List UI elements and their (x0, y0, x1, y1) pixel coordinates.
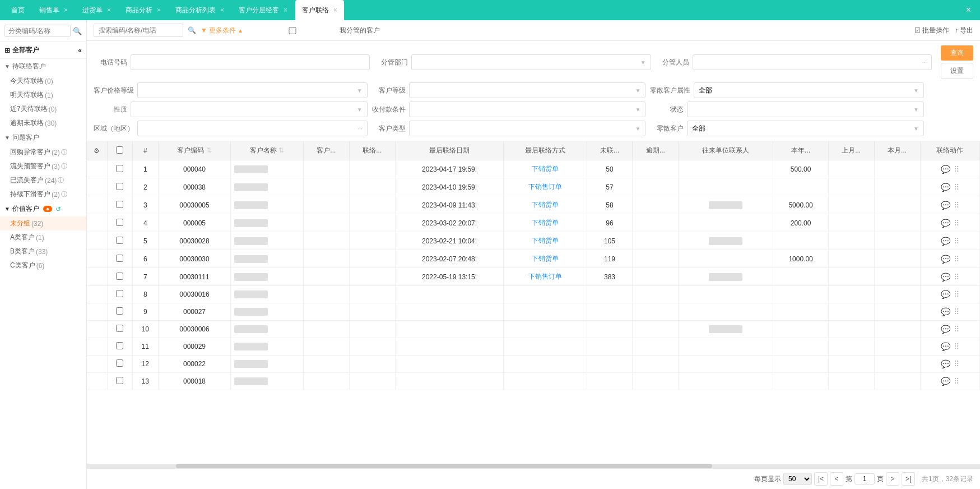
nav-tab-customer-contact[interactable]: 客户联络 × (295, 0, 344, 20)
sidebar-item-unsorted[interactable]: 未分组 (32) (0, 216, 86, 230)
next-page-btn[interactable]: > (886, 472, 899, 486)
contact-icon[interactable]: 💬 (941, 201, 950, 210)
contact-type-link[interactable]: 下销货单 (532, 219, 559, 227)
contact-icon[interactable]: 💬 (941, 165, 950, 174)
grade-select[interactable]: ▼ (409, 82, 646, 98)
sidebar-group-pending[interactable]: ▼ 待联络客户 (0, 59, 86, 74)
more-icon[interactable]: ⠿ (954, 359, 959, 368)
search-icon-main[interactable]: 🔍 (188, 26, 196, 34)
row-last-contact-type[interactable]: 下销货单 (504, 196, 587, 214)
row-checkbox[interactable] (107, 232, 132, 250)
select-all-checkbox[interactable] (116, 146, 123, 154)
row-last-contact-type[interactable] (504, 373, 587, 390)
row-checkbox[interactable] (107, 356, 132, 373)
contact-icon[interactable]: 💬 (941, 237, 950, 246)
row-select-checkbox[interactable] (116, 359, 123, 367)
search-input[interactable] (94, 24, 183, 37)
sidebar-group-problem[interactable]: ▼ 问题客户 (0, 130, 86, 145)
row-select-checkbox[interactable] (116, 325, 123, 332)
col-name[interactable]: 客户名称 ⇅ (231, 141, 304, 160)
row-checkbox[interactable] (107, 286, 132, 303)
nav-tab-analysis[interactable]: 商品分析 × (119, 0, 168, 20)
contact-type-link[interactable]: 下销货单 (532, 255, 559, 262)
batch-operation-btn[interactable]: ☑ 批量操作 (914, 26, 949, 35)
dept-select[interactable]: ▼ (411, 54, 651, 70)
nature-select[interactable]: ▼ (131, 102, 368, 117)
contact-icon[interactable]: 💬 (941, 377, 950, 386)
row-last-contact-type[interactable] (504, 321, 587, 338)
retail-customer-select[interactable]: 全部▼ (687, 121, 924, 136)
payment-select[interactable]: ▼ (409, 102, 646, 117)
region-select[interactable]: ··· (137, 121, 368, 136)
row-select-checkbox[interactable] (116, 255, 123, 262)
row-checkbox[interactable] (107, 321, 132, 338)
page-number-input[interactable] (854, 473, 875, 485)
row-checkbox[interactable] (107, 214, 132, 232)
contact-type-link[interactable]: 下销货单 (532, 237, 559, 245)
sidebar-group-value[interactable]: ▼ 价值客户 ● ↺ (0, 201, 86, 216)
sidebar-item-class-b[interactable]: B类客户 (33) (0, 245, 86, 259)
more-conditions-btn[interactable]: ▼ 更多条件 ▲ (201, 26, 243, 35)
close-analysis-tab[interactable]: × (157, 6, 161, 14)
contact-type-link[interactable]: 下销售订单 (528, 273, 562, 280)
row-last-contact-type[interactable] (504, 356, 587, 373)
row-checkbox[interactable] (107, 178, 132, 196)
more-icon[interactable]: ⠿ (954, 377, 959, 386)
sidebar-item-tomorrow-pending[interactable]: 明天待联络 (1) (0, 88, 86, 102)
row-select-checkbox[interactable] (116, 377, 123, 384)
horizontal-scrollbar[interactable] (87, 464, 980, 468)
price-grade-select[interactable]: ▼ (137, 82, 368, 98)
row-last-contact-type[interactable] (504, 338, 587, 356)
row-last-contact-type[interactable]: 下销货单 (504, 160, 587, 178)
sidebar-search-icon[interactable]: 🔍 (73, 27, 82, 35)
nav-tab-home[interactable]: 首页 (4, 0, 31, 20)
row-select-checkbox[interactable] (116, 307, 123, 315)
row-checkbox[interactable] (107, 373, 132, 390)
row-last-contact-type[interactable] (504, 286, 587, 303)
row-select-checkbox[interactable] (116, 183, 123, 190)
more-icon[interactable]: ⠿ (954, 255, 959, 264)
sidebar-item-7days-pending[interactable]: 近7天待联络 (0) (0, 102, 86, 116)
nav-tab-analysis-list[interactable]: 商品分析列表 × (169, 0, 231, 20)
contact-icon[interactable]: 💬 (941, 255, 950, 264)
row-select-checkbox[interactable] (116, 273, 123, 280)
more-icon[interactable]: ⠿ (954, 165, 959, 174)
nav-tab-sales[interactable]: 销售单 × (32, 0, 75, 20)
more-icon[interactable]: ⠿ (954, 219, 959, 228)
row-checkbox[interactable] (107, 338, 132, 356)
sidebar-item-class-c[interactable]: C类客户 (6) (0, 259, 86, 273)
phone-input[interactable] (131, 54, 370, 70)
contact-type-link[interactable]: 下销货单 (532, 165, 559, 173)
contact-type-link[interactable]: 下销货单 (532, 201, 559, 209)
row-select-checkbox[interactable] (116, 201, 123, 208)
sidebar-search-input[interactable] (4, 25, 71, 37)
sidebar-item-class-a[interactable]: A类客户 (1) (0, 230, 86, 245)
row-select-checkbox[interactable] (116, 290, 123, 297)
row-last-contact-type[interactable]: 下销货单 (504, 214, 587, 232)
manager-select[interactable]: ··· (693, 54, 932, 70)
customer-type-select[interactable]: ▼ (409, 121, 646, 136)
contact-icon[interactable]: 💬 (941, 342, 950, 351)
row-checkbox[interactable] (107, 268, 132, 286)
nav-tab-purchase[interactable]: 进货单 × (76, 0, 118, 20)
col-settings[interactable]: ⚙ (87, 141, 107, 160)
more-icon[interactable]: ⠿ (954, 183, 959, 192)
row-last-contact-type[interactable]: 下销售订单 (504, 178, 587, 196)
retail-attr-select[interactable]: 全部▼ (694, 82, 924, 98)
more-icon[interactable]: ⠿ (954, 307, 959, 316)
close-customer-contact-tab[interactable]: × (333, 6, 337, 14)
nav-tab-customer-segment[interactable]: 客户分层经客 × (232, 0, 294, 20)
more-icon[interactable]: ⠿ (954, 342, 959, 351)
contact-type-link[interactable]: 下销售订单 (528, 183, 562, 191)
sidebar-item-today-pending[interactable]: 今天待联络 (0) (0, 74, 86, 88)
settings-icon[interactable]: ⚙ (94, 147, 100, 155)
query-button[interactable]: 查询 (941, 45, 973, 61)
contact-icon[interactable]: 💬 (941, 307, 950, 316)
sidebar-item-lost[interactable]: 已流失客户 (24) ⓘ (0, 173, 86, 187)
prev-page-btn[interactable]: < (830, 472, 843, 486)
contact-icon[interactable]: 💬 (941, 325, 950, 334)
close-analysis-list-tab[interactable]: × (220, 6, 224, 14)
row-checkbox[interactable] (107, 250, 132, 268)
more-icon[interactable]: ⠿ (954, 201, 959, 210)
row-select-checkbox[interactable] (116, 165, 123, 172)
